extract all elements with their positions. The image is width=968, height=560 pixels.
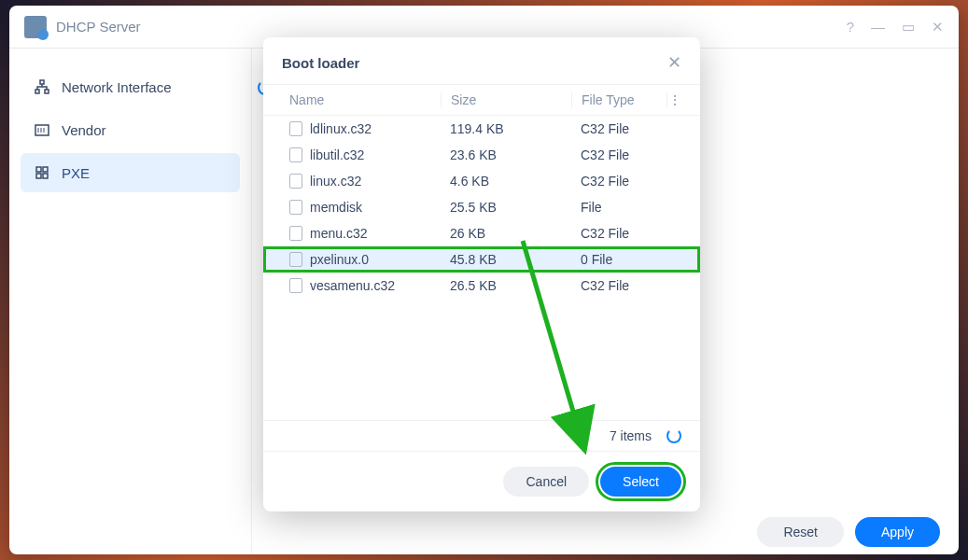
svg-rect-9 bbox=[36, 174, 41, 178]
file-name: vesamenu.c32 bbox=[310, 278, 395, 293]
file-size: 26.5 KB bbox=[441, 278, 571, 293]
file-size: 25.5 KB bbox=[441, 200, 571, 215]
cancel-button[interactable]: Cancel bbox=[503, 467, 589, 497]
sidebar-item-network-interface[interactable]: Network Interface bbox=[21, 67, 240, 106]
svg-rect-10 bbox=[43, 174, 48, 178]
file-name: linux.c32 bbox=[310, 174, 361, 189]
app-icon bbox=[24, 16, 47, 38]
file-icon bbox=[289, 278, 302, 293]
svg-rect-7 bbox=[36, 167, 41, 172]
file-icon bbox=[289, 174, 302, 189]
column-type[interactable]: File Type bbox=[571, 92, 666, 107]
svg-rect-3 bbox=[35, 125, 49, 135]
main-footer: Reset Apply bbox=[757, 517, 940, 547]
file-type: File bbox=[571, 200, 681, 215]
file-size: 45.8 KB bbox=[441, 252, 571, 267]
column-size[interactable]: Size bbox=[441, 92, 571, 107]
file-type: C32 File bbox=[571, 174, 681, 189]
window-controls: ? — ▭ ✕ bbox=[847, 19, 944, 35]
sidebar-item-label: PXE bbox=[62, 165, 90, 181]
item-count: 7 items bbox=[610, 428, 652, 443]
dialog-footer: Cancel Select bbox=[263, 452, 700, 511]
table-row[interactable]: menu.c32 26 KB C32 File bbox=[263, 220, 700, 246]
table-row[interactable]: ldlinux.c32 119.4 KB C32 File bbox=[263, 116, 700, 142]
file-name: memdisk bbox=[310, 200, 362, 215]
network-icon bbox=[34, 78, 50, 95]
file-icon bbox=[289, 252, 302, 267]
spacer bbox=[263, 299, 700, 420]
file-list: ldlinux.c32 119.4 KB C32 File libutil.c3… bbox=[263, 116, 700, 299]
file-type: C32 File bbox=[571, 226, 681, 241]
dialog-title: Boot loader bbox=[282, 55, 359, 71]
close-icon[interactable]: ✕ bbox=[932, 19, 944, 35]
minimize-icon[interactable]: — bbox=[871, 19, 885, 35]
file-name: libutil.c32 bbox=[310, 147, 364, 162]
pxe-icon bbox=[34, 164, 50, 181]
file-icon bbox=[289, 121, 302, 136]
file-name: menu.c32 bbox=[310, 226, 367, 241]
svg-rect-2 bbox=[40, 80, 44, 84]
apply-button[interactable]: Apply bbox=[855, 517, 940, 547]
file-type: 0 File bbox=[571, 252, 681, 267]
select-button[interactable]: Select bbox=[600, 467, 681, 497]
table-row[interactable]: linux.c32 4.6 KB C32 File bbox=[263, 168, 700, 194]
dialog-close-icon[interactable]: ✕ bbox=[667, 52, 681, 73]
file-type: C32 File bbox=[571, 121, 681, 136]
table-header: Name Size File Type ⋮ bbox=[263, 84, 700, 116]
file-icon bbox=[289, 147, 302, 162]
file-type: C32 File bbox=[571, 147, 681, 162]
status-row: 7 items bbox=[263, 420, 700, 452]
dialog-header: Boot loader ✕ bbox=[263, 37, 700, 84]
file-size: 23.6 KB bbox=[441, 147, 571, 162]
file-icon bbox=[289, 200, 302, 215]
file-icon bbox=[289, 226, 302, 241]
file-size: 119.4 KB bbox=[441, 121, 571, 136]
vendor-icon bbox=[34, 121, 50, 138]
table-row[interactable]: memdisk 25.5 KB File bbox=[263, 194, 700, 220]
refresh-icon[interactable] bbox=[666, 428, 681, 443]
table-row-selected[interactable]: pxelinux.0 45.8 KB 0 File bbox=[263, 246, 700, 273]
help-icon[interactable]: ? bbox=[847, 19, 854, 35]
file-type: C32 File bbox=[571, 278, 681, 293]
column-name[interactable]: Name bbox=[282, 92, 441, 107]
file-name: ldlinux.c32 bbox=[310, 121, 372, 136]
svg-rect-8 bbox=[43, 167, 48, 172]
sidebar-item-label: Vendor bbox=[62, 122, 106, 138]
sidebar-item-label: Network Interface bbox=[62, 79, 172, 95]
table-row[interactable]: libutil.c32 23.6 KB C32 File bbox=[263, 142, 700, 168]
sidebar-item-pxe[interactable]: PXE bbox=[21, 153, 240, 192]
svg-rect-1 bbox=[45, 90, 49, 93]
file-name: pxelinux.0 bbox=[310, 252, 369, 267]
svg-rect-0 bbox=[35, 90, 39, 93]
window-title: DHCP Server bbox=[56, 19, 141, 35]
file-size: 4.6 KB bbox=[441, 174, 571, 189]
column-more-icon[interactable]: ⋮ bbox=[666, 92, 681, 107]
file-size: 26 KB bbox=[441, 226, 571, 241]
boot-loader-dialog: Boot loader ✕ Name Size File Type ⋮ ldli… bbox=[263, 37, 700, 511]
reset-button[interactable]: Reset bbox=[757, 517, 844, 547]
sidebar-item-vendor[interactable]: Vendor bbox=[21, 110, 240, 149]
table-row[interactable]: vesamenu.c32 26.5 KB C32 File bbox=[263, 273, 700, 299]
sidebar: Network Interface Vendor PXE bbox=[9, 49, 252, 554]
maximize-icon[interactable]: ▭ bbox=[902, 19, 915, 35]
